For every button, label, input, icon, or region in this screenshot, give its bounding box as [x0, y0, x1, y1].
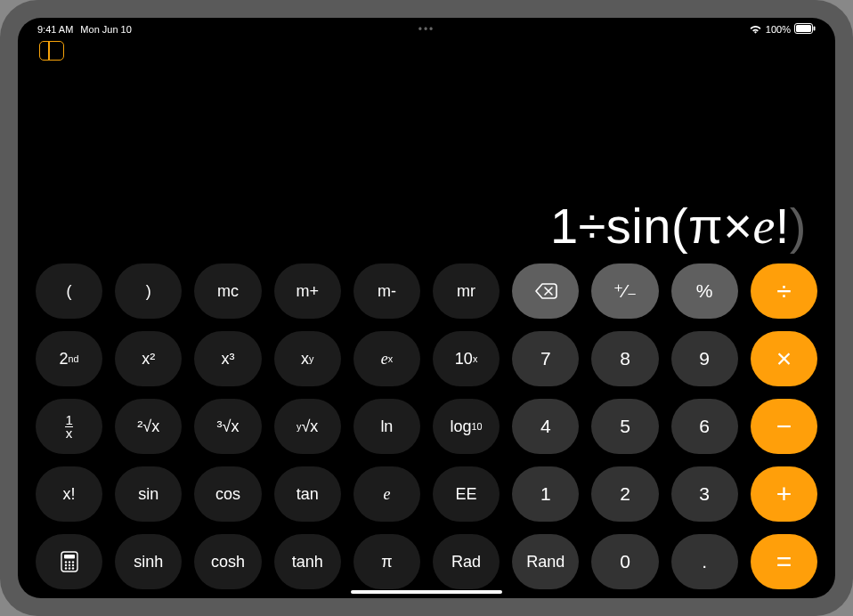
seven-key[interactable]: 7	[512, 331, 579, 386]
tan-key[interactable]: tan	[274, 466, 341, 522]
svg-point-8	[64, 564, 66, 566]
svg-point-6	[68, 561, 69, 563]
svg-point-7	[71, 561, 73, 563]
percent-key[interactable]: %	[671, 263, 738, 319]
backspace-key[interactable]	[512, 263, 579, 319]
battery-percent: 100%	[766, 24, 791, 35]
ln-key[interactable]: ln	[353, 399, 420, 454]
sqrt-key[interactable]: ²√x	[115, 399, 182, 454]
x-cubed-key[interactable]: x³	[194, 331, 261, 386]
screen: 9:41 AM Mon Jun 10 ••• 100% 1÷sin(π×e!)	[18, 18, 835, 598]
factorial-key[interactable]: x!	[36, 466, 102, 522]
y-root-x-key[interactable]: y√x	[274, 399, 341, 454]
cbrt-key[interactable]: ³√x	[194, 399, 261, 454]
expression-bang: !	[776, 198, 790, 254]
svg-rect-1	[796, 25, 811, 32]
multiply-key[interactable]: ×	[751, 331, 817, 386]
keypad: ( ) mc m+ m- mr ⁺∕₋ % ÷ 2nd x² x³ xy ex …	[27, 263, 826, 598]
svg-point-9	[68, 564, 69, 566]
mplus-key[interactable]: m+	[274, 263, 341, 319]
log10-key[interactable]: log10	[433, 399, 500, 454]
battery-icon	[794, 23, 816, 36]
e-key[interactable]: e	[353, 466, 420, 522]
three-key[interactable]: 3	[671, 466, 738, 522]
pi-key[interactable]: π	[353, 534, 420, 589]
x-squared-key[interactable]: x²	[115, 331, 182, 386]
one-key[interactable]: 1	[512, 466, 579, 522]
ee-key[interactable]: EE	[433, 466, 500, 522]
status-bar: 9:41 AM Mon Jun 10 ••• 100%	[27, 18, 826, 36]
expression-main: 1÷sin(π×	[550, 198, 752, 254]
tanh-key[interactable]: tanh	[274, 534, 341, 589]
sinh-key[interactable]: sinh	[115, 534, 182, 589]
equals-key[interactable]: =	[751, 534, 817, 589]
five-key[interactable]: 5	[591, 399, 658, 454]
wifi-icon	[749, 24, 762, 36]
mr-key[interactable]: mr	[433, 263, 500, 319]
sin-key[interactable]: sin	[115, 466, 182, 522]
home-indicator[interactable]	[351, 590, 502, 594]
x-power-y-key[interactable]: xy	[274, 331, 341, 386]
status-date: Mon Jun 10	[80, 24, 131, 35]
four-key[interactable]: 4	[512, 399, 579, 454]
second-key[interactable]: 2nd	[36, 331, 102, 386]
minus-key[interactable]: −	[751, 399, 817, 454]
svg-point-11	[64, 567, 66, 569]
plus-key[interactable]: +	[751, 466, 817, 522]
expression-close: )	[790, 198, 807, 254]
expression-display[interactable]: 1÷sin(π×e!)	[27, 62, 826, 263]
six-key[interactable]: 6	[671, 399, 738, 454]
divide-key[interactable]: ÷	[751, 263, 817, 319]
ipad-frame: 9:41 AM Mon Jun 10 ••• 100% 1÷sin(π×e!)	[0, 0, 853, 616]
mc-key[interactable]: mc	[194, 263, 261, 319]
zero-key[interactable]: 0	[591, 534, 658, 589]
backspace-icon	[534, 282, 557, 300]
cosh-key[interactable]: cosh	[194, 534, 261, 589]
plusminus-key[interactable]: ⁺∕₋	[591, 263, 658, 319]
top-controls	[27, 36, 826, 62]
one-over-x-key[interactable]: 1x	[36, 399, 102, 454]
eight-key[interactable]: 8	[591, 331, 658, 386]
mminus-key[interactable]: m-	[353, 263, 420, 319]
rad-key[interactable]: Rad	[433, 534, 500, 589]
ten-power-x-key[interactable]: 10x	[433, 331, 500, 386]
calculator-mode-key[interactable]	[36, 534, 102, 589]
svg-point-5	[64, 561, 66, 563]
e-power-x-key[interactable]: ex	[353, 331, 420, 386]
toggle-sidebar-icon[interactable]	[39, 41, 64, 61]
svg-rect-4	[64, 555, 75, 559]
lparen-key[interactable]: (	[36, 263, 102, 319]
multitask-dots-icon[interactable]: •••	[418, 23, 435, 36]
nine-key[interactable]: 9	[671, 331, 738, 386]
decimal-key[interactable]: .	[671, 534, 738, 589]
svg-point-10	[71, 564, 73, 566]
two-key[interactable]: 2	[591, 466, 658, 522]
calculator-icon	[61, 551, 78, 572]
expression-e: e	[752, 199, 775, 254]
status-time: 9:41 AM	[37, 24, 73, 35]
cos-key[interactable]: cos	[194, 466, 261, 522]
svg-point-12	[68, 567, 69, 569]
rparen-key[interactable]: )	[115, 263, 182, 319]
svg-point-13	[71, 567, 73, 569]
rand-key[interactable]: Rand	[512, 534, 579, 589]
svg-rect-2	[814, 27, 816, 31]
